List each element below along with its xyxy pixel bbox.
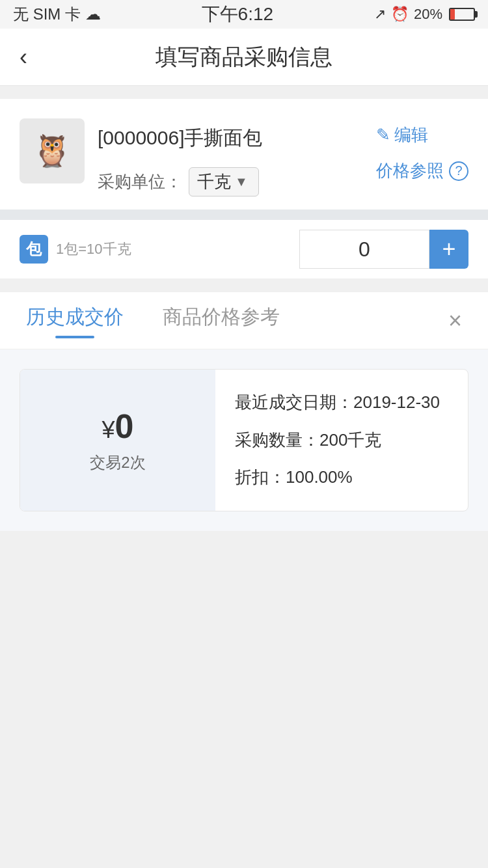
quantity-label: 包 1包=10千克: [20, 235, 131, 264]
tab-history-price[interactable]: 历史成交价: [26, 304, 124, 337]
tabs-list: 历史成交价 商品价格参考: [26, 304, 280, 337]
quantity-plus-button[interactable]: +: [429, 230, 468, 269]
price-value: 0: [115, 407, 134, 445]
quantity-row-info: 采购数量：200千克: [235, 427, 448, 454]
package-icon-label: 包: [20, 235, 48, 264]
tabs-container: 历史成交价 商品价格参考 × ¥0 交易2次 最近成交日期：2019-12-30…: [0, 292, 488, 531]
recent-date-value: 2019-12-30: [353, 392, 440, 412]
product-image-icon: 🦉: [33, 133, 72, 169]
no-sim-text: 无 SIM 卡 ☁: [13, 4, 101, 25]
status-left: 无 SIM 卡 ☁: [13, 4, 101, 25]
status-bar: 无 SIM 卡 ☁ 下午6:12 ↗ ⏰ 20%: [0, 0, 488, 29]
quantity-label-info: 采购数量：: [235, 430, 319, 450]
recent-date-row: 最近成交日期：2019-12-30: [235, 389, 448, 416]
tab-price-reference[interactable]: 商品价格参考: [163, 304, 280, 337]
price-amount: ¥0: [102, 407, 134, 446]
section-divider: [0, 210, 488, 220]
quantity-input[interactable]: 0: [299, 230, 429, 269]
back-button[interactable]: ‹: [20, 44, 27, 71]
recent-date-label: 最近成交日期：: [235, 392, 353, 412]
quantity-controls: 0 +: [299, 230, 468, 269]
page-title: 填写商品采购信息: [156, 42, 332, 72]
product-left: 🦉 [0000006]手撕面包 采购单位： 千克 ▼: [20, 118, 262, 197]
quantity-value-info: 200千克: [319, 430, 381, 450]
edit-label: 编辑: [394, 124, 428, 146]
currency-symbol: ¥: [102, 416, 115, 443]
edit-button[interactable]: ✎ 编辑: [376, 124, 468, 146]
product-title: 手撕面包: [184, 127, 262, 148]
status-right: ↗ ⏰ 20%: [374, 6, 475, 23]
edit-icon: ✎: [376, 125, 390, 145]
price-card-right: 最近成交日期：2019-12-30 采购数量：200千克 折扣：100.00%: [215, 370, 468, 511]
product-info: [0000006]手撕面包 采购单位： 千克 ▼: [98, 118, 262, 197]
tab-close-button[interactable]: ×: [448, 307, 462, 334]
unit-value: 千克: [197, 170, 231, 193]
price-card-container: ¥0 交易2次 最近成交日期：2019-12-30 采购数量：200千克 折扣：…: [0, 349, 488, 531]
quantity-row: 包 1包=10千克 0 +: [0, 220, 488, 278]
product-card: 🦉 [0000006]手撕面包 采购单位： 千克 ▼ ✎ 编辑: [0, 99, 488, 210]
discount-label: 折扣：: [235, 467, 286, 487]
product-top: 🦉 [0000006]手撕面包 采购单位： 千克 ▼ ✎ 编辑: [20, 118, 468, 197]
price-card: ¥0 交易2次 最近成交日期：2019-12-30 采购数量：200千克 折扣：…: [20, 369, 468, 511]
unit-select[interactable]: 千克 ▼: [189, 167, 259, 197]
discount-row: 折扣：100.00%: [235, 464, 448, 491]
chevron-down-icon: ▼: [235, 174, 248, 189]
status-time: 下午6:12: [202, 2, 274, 27]
price-ref-button[interactable]: 价格参照 ?: [376, 159, 468, 182]
discount-value: 100.00%: [286, 467, 353, 487]
battery-percent: 20%: [414, 6, 442, 23]
product-thumbnail: 🦉: [20, 118, 85, 183]
header: ‹ 填写商品采购信息: [0, 29, 488, 86]
price-card-left: ¥0 交易2次: [20, 370, 215, 511]
location-icon: ↗: [374, 6, 386, 23]
unit-conversion-text: 1包=10千克: [56, 239, 131, 259]
unit-label: 采购单位：: [98, 170, 182, 193]
product-right-actions: ✎ 编辑 价格参照 ?: [376, 118, 468, 182]
alarm-icon: ⏰: [391, 6, 409, 23]
product-id: [0000006]: [98, 127, 184, 148]
product-unit-row: 采购单位： 千克 ▼: [98, 167, 262, 197]
tabs-header: 历史成交价 商品价格参考 ×: [0, 292, 488, 349]
price-ref-label: 价格参照: [376, 159, 444, 182]
trades-count: 交易2次: [90, 452, 145, 473]
battery-icon: [449, 8, 475, 21]
product-name: [0000006]手撕面包: [98, 125, 262, 152]
question-icon: ?: [449, 161, 468, 181]
